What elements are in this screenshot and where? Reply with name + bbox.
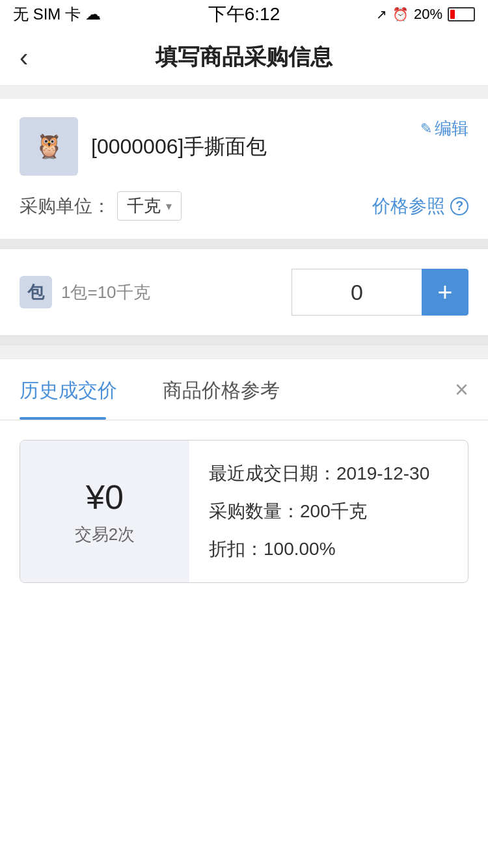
battery-icon: [448, 7, 475, 21]
product-left: 🦉 [0000006]手撕面包: [20, 117, 267, 176]
edit-label: 编辑: [435, 117, 468, 140]
battery-percent: 20%: [414, 6, 442, 23]
qty-label: 采购数量：: [209, 501, 300, 521]
status-right: ↗ ⏰ 20%: [376, 6, 475, 23]
tab-product-price-ref[interactable]: 商品价格参考: [163, 359, 306, 420]
date-value: 2019-12-30: [336, 463, 429, 483]
history-price-left: ¥0 交易2次: [20, 441, 189, 582]
tab-product-price-ref-label: 商品价格参考: [163, 379, 280, 401]
tabs-section: 历史成交价 商品价格参考 × ¥0 交易2次 最近成交日期：2019-12-30…: [0, 359, 488, 603]
history-transactions: 交易2次: [75, 523, 135, 546]
section-divider: [0, 239, 488, 249]
unit-label: 采购单位：: [20, 194, 111, 219]
history-price-value: ¥0: [86, 477, 124, 517]
unit-selector[interactable]: 千克 ▾: [117, 191, 182, 221]
price-ref-label: 价格参照: [372, 194, 445, 219]
status-time: 下午6:12: [208, 2, 280, 27]
sim-label: 无 SIM 卡 ☁: [13, 4, 101, 25]
tabs-header: 历史成交价 商品价格参考 ×: [0, 359, 488, 420]
discount-value: 100.00%: [264, 539, 336, 559]
product-card: 🦉 [0000006]手撕面包 ✎ 编辑 采购单位： 千克 ▾ 价格参照 ?: [0, 99, 488, 239]
currency-symbol: ¥: [86, 478, 105, 516]
bottom-area: [0, 603, 488, 868]
tab-close-button[interactable]: ×: [455, 378, 468, 401]
qty-unit-label: 包 1包=10千克: [20, 276, 150, 308]
unit-row-left: 采购单位： 千克 ▾: [20, 191, 182, 221]
page-title: 填写商品采购信息: [156, 42, 332, 72]
product-logo-icon: 🦉: [34, 133, 64, 160]
section-divider-2: [0, 335, 488, 346]
qty-value: 200千克: [300, 501, 367, 521]
tab-history-price[interactable]: 历史成交价: [20, 359, 143, 420]
location-icon: ↗: [376, 7, 387, 22]
tab-history-price-label: 历史成交价: [20, 379, 117, 401]
price-number: 0: [105, 478, 124, 516]
edit-icon: ✎: [420, 120, 432, 137]
qty-input[interactable]: [291, 269, 422, 316]
detail-qty-row: 采购数量：200千克: [209, 498, 448, 525]
edit-button[interactable]: ✎ 编辑: [420, 117, 468, 140]
history-price-right: 最近成交日期：2019-12-30 采购数量：200千克 折扣：100.00%: [189, 441, 468, 582]
status-left: 无 SIM 卡 ☁: [13, 4, 101, 25]
date-label: 最近成交日期：: [209, 463, 336, 483]
plus-icon: +: [437, 278, 452, 307]
history-price-card: ¥0 交易2次 最近成交日期：2019-12-30 采购数量：200千克 折扣：…: [20, 440, 468, 583]
back-button[interactable]: ‹: [20, 44, 28, 70]
detail-discount-row: 折扣：100.00%: [209, 536, 448, 563]
status-bar: 无 SIM 卡 ☁ 下午6:12 ↗ ⏰ 20%: [0, 0, 488, 29]
tabs-content: ¥0 交易2次 最近成交日期：2019-12-30 采购数量：200千克 折扣：…: [0, 420, 488, 603]
qty-controls: +: [291, 269, 468, 316]
product-name: [0000006]手撕面包: [91, 132, 267, 161]
unit-dropdown-arrow-icon: ▾: [166, 199, 172, 213]
detail-date-row: 最近成交日期：2019-12-30: [209, 460, 448, 487]
unit-value: 千克: [127, 195, 161, 217]
qty-sub-label: 1包=10千克: [61, 281, 150, 304]
product-thumbnail: 🦉: [20, 117, 78, 176]
qty-plus-button[interactable]: +: [422, 269, 468, 316]
quantity-row: 包 1包=10千克 +: [0, 249, 488, 335]
qty-unit-text: 包: [27, 281, 44, 304]
nav-bar: ‹ 填写商品采购信息: [0, 29, 488, 86]
alarm-icon: ⏰: [392, 7, 409, 22]
qty-unit-box: 包: [20, 276, 52, 308]
price-ref-button[interactable]: 价格参照 ?: [372, 194, 468, 219]
price-ref-question-icon: ?: [450, 197, 468, 215]
discount-label: 折扣：: [209, 539, 264, 559]
